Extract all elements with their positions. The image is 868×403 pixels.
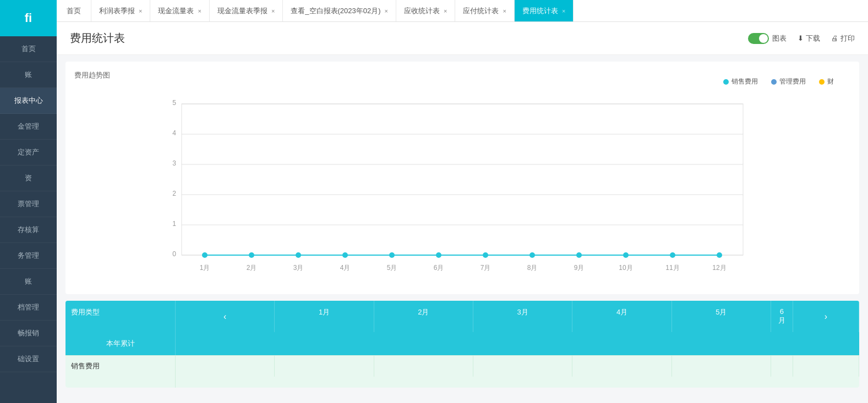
svg-text:4月: 4月 [340, 264, 351, 272]
tab-receivable[interactable]: 应收统计表 × [396, 0, 455, 21]
svg-text:5月: 5月 [387, 264, 397, 272]
print-icon: 🖨 [831, 34, 838, 42]
svg-text:5: 5 [172, 99, 176, 107]
sidebar-item-expense[interactable]: 畅报销 [0, 321, 57, 346]
sidebar-item-ledger[interactable]: 账 [0, 269, 57, 295]
tab-payable[interactable]: 应付统计表 × [455, 0, 514, 21]
svg-point-32 [529, 252, 535, 258]
svg-point-31 [483, 252, 488, 258]
td-sales-nav [176, 356, 275, 377]
th-month-4: 4月 [572, 301, 672, 332]
tab-expense-stats[interactable]: 费用统计表 × [515, 0, 574, 21]
legend-finance: 财 [819, 77, 834, 86]
th-month-2: 2月 [374, 301, 473, 332]
table-row: 销售费用 [65, 355, 859, 388]
legend-dot-sales [723, 79, 729, 85]
svg-point-30 [436, 252, 441, 258]
sidebar-item-reports[interactable]: 报表中心 [0, 88, 57, 114]
sidebar-item-inventory[interactable]: 存核算 [0, 217, 57, 243]
svg-point-34 [623, 252, 629, 258]
chart-svg: 0 1 2 3 4 5 1月 2月 [74, 86, 850, 284]
svg-point-36 [717, 252, 722, 258]
sidebar-item-assets[interactable]: 定资产 [0, 140, 57, 165]
tab-close-blank-report[interactable]: × [385, 8, 388, 14]
chart-section: 费用趋势图 销售费用 管理费用 财 [65, 62, 859, 294]
expense-table: 费用类型 ‹ 1月 2月 3月 4月 5月 6月 › 本年累计 销售费用 [65, 301, 859, 388]
svg-point-35 [670, 252, 675, 258]
sidebar-item-settings[interactable]: 础设置 [0, 346, 57, 372]
sidebar-item-archive[interactable]: 档管理 [0, 295, 57, 321]
svg-point-25 [202, 252, 208, 258]
tab-close-profit-quarterly[interactable]: × [139, 8, 142, 14]
sidebar-item-account[interactable]: 账 [0, 62, 57, 88]
tab-bar: 首页 利润表季报 × 现金流量表 × 现金流量表季报 × 查看_空白报表(202… [57, 0, 868, 22]
svg-text:7月: 7月 [481, 264, 491, 272]
chart-toggle-switch[interactable] [748, 33, 769, 44]
td-sales-m1 [275, 356, 374, 377]
svg-text:1: 1 [172, 220, 176, 228]
tab-close-cashflow-quarterly[interactable]: × [271, 8, 275, 14]
th-month-1: 1月 [275, 301, 374, 332]
legend-dot-admin [771, 79, 777, 85]
tab-close-expense-stats[interactable]: × [562, 8, 565, 14]
td-sales-m4 [572, 356, 672, 377]
svg-text:6月: 6月 [434, 264, 444, 272]
th-nav-prev[interactable]: ‹ [176, 301, 275, 332]
tab-profit-quarterly[interactable]: 利润表季报 × [91, 0, 150, 21]
td-sales-nav2 [793, 356, 859, 377]
svg-point-33 [576, 252, 582, 258]
main-area: 首页 利润表季报 × 现金流量表 × 现金流量表季报 × 查看_空白报表(202… [57, 0, 868, 403]
chart-toggle-group[interactable]: 图表 [748, 33, 787, 44]
svg-point-29 [389, 252, 395, 258]
sidebar-item-service[interactable]: 务管理 [0, 243, 57, 269]
legend-sales: 销售费用 [723, 77, 758, 86]
chart-legend: 销售费用 管理费用 财 [723, 77, 834, 86]
legend-label-admin: 管理费用 [779, 77, 806, 86]
sidebar-item-capital[interactable]: 资 [0, 165, 57, 191]
tab-close-receivable[interactable]: × [444, 8, 447, 14]
page-title: 费用统计表 [70, 31, 125, 46]
tab-cashflow-quarterly[interactable]: 现金流量表季报 × [210, 0, 283, 21]
th-month-3: 3月 [473, 301, 572, 332]
page-header: 费用统计表 图表 ⬇ 下载 🖨 打印 [57, 22, 868, 55]
tab-blank-report[interactable]: 查看_空白报表(2023年02月) × [283, 0, 396, 21]
page-area: 费用统计表 图表 ⬇ 下载 🖨 打印 费用趋势图 [57, 22, 868, 403]
svg-text:9月: 9月 [574, 264, 585, 272]
svg-rect-12 [182, 104, 743, 255]
svg-text:2: 2 [172, 190, 176, 197]
sidebar-logo: fi [0, 0, 57, 36]
tab-home[interactable]: 首页 [57, 0, 91, 21]
td-sales-m3 [473, 356, 572, 377]
svg-text:1月: 1月 [200, 264, 210, 272]
svg-text:2月: 2月 [247, 264, 257, 272]
legend-label-finance: 财 [827, 77, 834, 86]
svg-text:3: 3 [172, 159, 176, 167]
td-sales-ytd [65, 377, 176, 388]
legend-dot-finance [819, 79, 825, 85]
tab-close-cashflow[interactable]: × [198, 8, 201, 14]
svg-text:3月: 3月 [293, 264, 304, 272]
svg-text:8月: 8月 [527, 264, 538, 272]
td-sales-m6 [771, 356, 793, 377]
sidebar: fi 首页 账 报表中心 金管理 定资产 资 票管理 存核算 务管理 账 档管理… [0, 0, 57, 403]
svg-point-27 [296, 252, 301, 258]
legend-admin: 管理费用 [771, 77, 806, 86]
sidebar-item-finance[interactable]: 金管理 [0, 114, 57, 140]
svg-point-26 [249, 252, 254, 258]
svg-point-28 [342, 252, 348, 258]
download-button[interactable]: ⬇ 下载 [798, 34, 820, 43]
tab-close-payable[interactable]: × [503, 8, 506, 14]
th-month-6: 6月 [771, 301, 793, 332]
print-button[interactable]: 🖨 打印 [831, 34, 855, 43]
svg-text:4: 4 [172, 129, 176, 137]
legend-label-sales: 销售费用 [731, 77, 758, 86]
table-header: 费用类型 ‹ 1月 2月 3月 4月 5月 6月 › 本年累计 [65, 301, 859, 355]
sidebar-item-home[interactable]: 首页 [0, 36, 57, 62]
header-actions: 图表 ⬇ 下载 🖨 打印 [748, 33, 855, 44]
svg-text:10月: 10月 [619, 264, 632, 272]
svg-text:12月: 12月 [712, 264, 726, 272]
tab-cashflow[interactable]: 现金流量表 × [150, 0, 209, 21]
th-nav-next[interactable]: › [793, 301, 859, 332]
th-ytd: 本年累计 [65, 332, 176, 355]
sidebar-item-invoice[interactable]: 票管理 [0, 191, 57, 217]
